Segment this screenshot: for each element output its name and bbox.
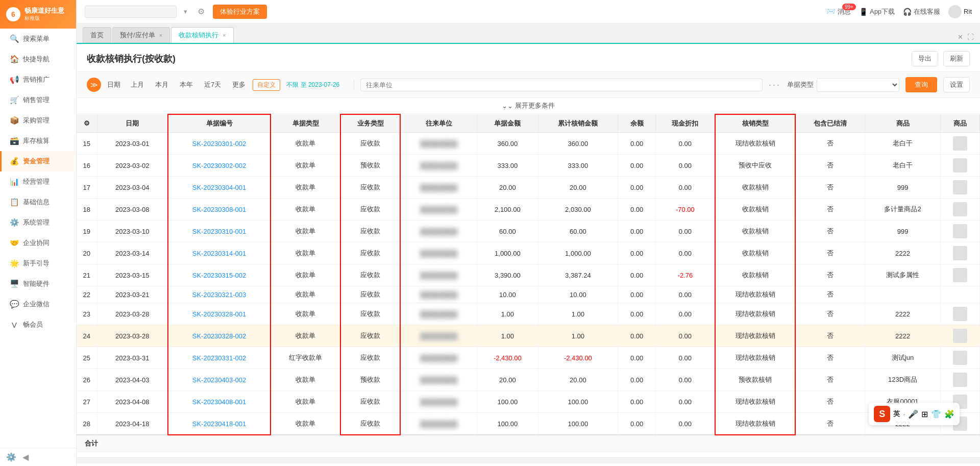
sidebar-settings-icon[interactable]: ⚙️: [6, 452, 16, 462]
refresh-button[interactable]: 刷新: [943, 51, 970, 66]
col-goods-header: 商品: [865, 114, 940, 133]
filter-type-select[interactable]: [817, 78, 899, 92]
filter-toggle-button[interactable]: ≫: [87, 78, 101, 92]
sidebar-item-basic[interactable]: 📋基础信息: [0, 192, 76, 212]
cell-goodsimg: [940, 220, 979, 242]
table-row: 23 2023-03-28 SK-20230328-001 收款单 应收款 ██…: [77, 303, 980, 325]
cell-docno[interactable]: SK-20230403-002: [168, 369, 271, 391]
cell-doctype: 收款单: [271, 155, 340, 177]
topbar-user[interactable]: Rit: [948, 5, 972, 18]
tab-prepay[interactable]: 预付/应付单 ×: [112, 27, 170, 43]
sidebar-item-enterprise[interactable]: 🤝企业协同: [0, 233, 76, 253]
sidebar-item-marketing[interactable]: 📢营销推广: [0, 69, 76, 90]
sidebar-item-system[interactable]: ⚙️系统管理: [0, 212, 76, 233]
sidebar-item-member[interactable]: V畅会员: [0, 314, 76, 335]
filter-query-button[interactable]: 查询: [905, 77, 937, 92]
sidebar-item-sales[interactable]: 🛒销售管理: [0, 90, 76, 110]
cell-docno[interactable]: SK-20230315-002: [168, 264, 271, 286]
cell-docno[interactable]: SK-20230408-001: [168, 391, 271, 413]
cell-canceltype: 现结收款核销: [715, 347, 796, 369]
col-goodsimg-header: 商品: [940, 114, 979, 133]
topbar-gear-icon[interactable]: ⚙: [198, 7, 205, 16]
tab-collection[interactable]: 收款核销执行 ×: [171, 27, 233, 43]
cell-biztype: 预收款: [340, 155, 400, 177]
sidebar-icon-search: 🔍: [10, 34, 19, 43]
message-badge: 99+: [842, 4, 856, 10]
cell-docno[interactable]: SK-20230304-001: [168, 177, 271, 199]
filter-separator-1: [354, 80, 354, 90]
sidebar-item-guide[interactable]: 🌟新手引导: [0, 253, 76, 274]
sidebar-item-quick-nav[interactable]: 🏠快捷导航: [0, 49, 76, 69]
table-footer-scroll[interactable]: [77, 457, 980, 463]
filter-expand-bar[interactable]: ⌄⌄ 展开更多条件: [77, 98, 980, 114]
cell-docno[interactable]: SK-20230331-002: [168, 347, 271, 369]
filter-date-this-year[interactable]: 本年: [176, 79, 197, 91]
cell-canceltype: 现结收款核销: [715, 133, 796, 155]
sidebar-item-purchase[interactable]: 📦采购管理: [0, 110, 76, 131]
cell-doctype: 收款单: [271, 303, 340, 325]
cell-docno[interactable]: SK-20230310-001: [168, 220, 271, 242]
sidebar-item-finance[interactable]: 💰资金管理: [0, 151, 76, 171]
topbar-app-download[interactable]: 📱 App下载: [859, 7, 895, 16]
tab-close-all-icon[interactable]: ✕: [958, 33, 963, 41]
sidebar-item-business[interactable]: 📊经营管理: [0, 171, 76, 192]
sidebar-label-member: 畅会员: [23, 320, 43, 329]
sidebar-item-wechat[interactable]: 💬企业微信: [0, 294, 76, 314]
col-settings-header[interactable]: ⚙: [77, 114, 97, 133]
sidebar-collapse-icon[interactable]: ◀: [22, 452, 29, 462]
filter-date-this-month[interactable]: 本月: [151, 79, 173, 91]
cell-biztype: 应收款: [340, 177, 400, 199]
cell-docno[interactable]: SK-20230314-001: [168, 242, 271, 264]
tab-prepay-close-icon[interactable]: ×: [159, 32, 162, 38]
solution-button[interactable]: 体验行业方案: [213, 5, 267, 19]
cell-goodsimg: [940, 177, 979, 199]
cell-no: 28: [77, 413, 97, 435]
sidebar-item-search[interactable]: 🔍搜索菜单: [0, 29, 76, 49]
cell-canceltype: 现结收款核销: [715, 413, 796, 435]
filter-date-7days[interactable]: 近7天: [200, 79, 225, 91]
cell-partner: ████████: [400, 199, 477, 220]
cell-docno[interactable]: SK-20230301-002: [168, 133, 271, 155]
tab-home[interactable]: 首页: [83, 27, 111, 43]
sidebar-item-hardware[interactable]: 🖥️智能硬件: [0, 274, 76, 294]
cell-biztype: 应收款: [340, 133, 400, 155]
cell-date: 2023-03-01: [97, 133, 168, 155]
cell-docno[interactable]: SK-20230418-001: [168, 413, 271, 435]
topbar-message[interactable]: 📨 消息 99+: [825, 7, 851, 16]
cell-cashdisc: 0.00: [656, 303, 715, 325]
cell-docno[interactable]: SK-20230302-002: [168, 155, 271, 177]
cell-docno[interactable]: SK-20230321-003: [168, 286, 271, 303]
cell-biztype: 应收款: [340, 325, 400, 347]
cell-docno[interactable]: SK-20230308-001: [168, 199, 271, 220]
total-goods: [865, 435, 940, 452]
topbar: ▾ ⚙ 体验行业方案 📨 消息 99+ 📱 App下载 🎧 在线客服 Rit: [77, 0, 980, 23]
filter-partner-input[interactable]: [360, 79, 763, 91]
cell-balance: 0.00: [618, 155, 656, 177]
filter-custom-button[interactable]: 自定义: [253, 79, 280, 91]
cell-partner: ████████: [400, 325, 477, 347]
sidebar-icon-basic: 📋: [10, 198, 19, 207]
cell-amount: 20.00: [477, 369, 538, 391]
export-button[interactable]: 导出: [912, 51, 938, 66]
sidebar-title-main: 畅康道好生意: [24, 7, 64, 15]
tab-collection-close-icon[interactable]: ×: [223, 32, 226, 38]
topbar-right: 📨 消息 99+ 📱 App下载 🎧 在线客服 Rit: [825, 5, 972, 18]
filter-date-more[interactable]: 更多: [228, 79, 250, 91]
sidebar-footer: ⚙️ ◀: [0, 448, 76, 466]
sidebar-item-inventory[interactable]: 🗃️库存核算: [0, 131, 76, 151]
cell-cumcancel: 10.00: [538, 286, 618, 303]
app-icon: 📱: [859, 8, 868, 16]
sidebar-label-business: 经营管理: [23, 177, 50, 186]
total-goodsimg: [940, 435, 979, 452]
filter-date-last-month[interactable]: 上月: [127, 79, 148, 91]
tab-expand-icon[interactable]: ⛶: [967, 33, 974, 41]
topbar-online-service[interactable]: 🎧 在线客服: [903, 7, 940, 16]
cell-docno[interactable]: SK-20230328-001: [168, 303, 271, 325]
cell-docno[interactable]: SK-20230328-002: [168, 325, 271, 347]
cell-no: 22: [77, 286, 97, 303]
cell-no: 23: [77, 303, 97, 325]
cell-biztype: 应收款: [340, 264, 400, 286]
topbar-search-input[interactable]: [85, 6, 177, 18]
filter-settings-button[interactable]: 设置: [943, 77, 970, 92]
sidebar-label-marketing: 营销推广: [23, 75, 50, 84]
